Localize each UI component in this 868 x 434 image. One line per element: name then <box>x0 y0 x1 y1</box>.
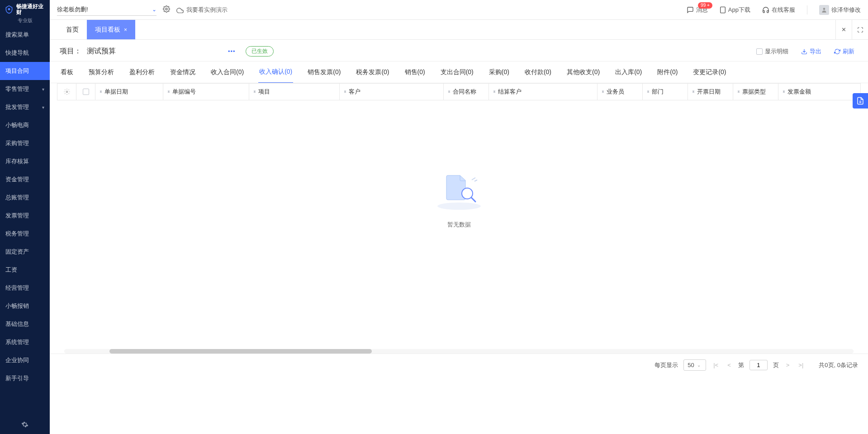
column-label: 单据日期 <box>104 88 128 96</box>
customer-service-button[interactable]: 在线客服 <box>759 6 798 14</box>
project-name[interactable]: 测试预算 <box>87 47 213 56</box>
column-header-8[interactable]: ▲▼开票日期 <box>688 84 733 100</box>
show-detail-toggle[interactable]: 显示明细 <box>753 47 792 56</box>
scrollbar-thumb[interactable] <box>109 349 372 354</box>
data-grid: ▲▼单据日期▲▼单据编号▲▼项目▲▼客户▲▼合同名称▲▼结算客户▲▼业务员▲▼部… <box>50 83 868 354</box>
sidebar-item-19[interactable]: 新手引导 <box>0 369 50 387</box>
sidebar-item-label: 工资 <box>5 266 17 274</box>
sidebar-item-0[interactable]: 搜索菜单 <box>0 26 50 44</box>
caret-down-icon: ▾ <box>42 87 44 92</box>
sidebar-item-14[interactable]: 经营管理 <box>0 279 50 297</box>
close-all-tabs-button[interactable]: ✕ <box>835 20 852 40</box>
sidebar-item-17[interactable]: 系统管理 <box>0 333 50 351</box>
floating-notes-button[interactable] <box>853 93 868 108</box>
empty-illustration-icon <box>432 166 486 212</box>
headset-icon <box>762 6 769 14</box>
app-download-label: App下载 <box>728 6 750 14</box>
section-tab-3[interactable]: 资金情况 <box>169 62 196 83</box>
section-tab-8[interactable]: 销售(0) <box>404 62 426 83</box>
section-tab-15[interactable]: 变更记录(0) <box>692 62 727 83</box>
close-icon[interactable]: × <box>124 27 127 33</box>
messages-button[interactable]: 消息 99 + <box>684 6 711 14</box>
section-tab-0[interactable]: 看板 <box>60 62 74 83</box>
sidebar-item-label: 经营管理 <box>5 284 29 292</box>
svg-point-1 <box>166 8 167 10</box>
sidebar-item-5[interactable]: 小畅电商 <box>0 116 50 134</box>
sidebar-item-12[interactable]: 固定资产 <box>0 243 50 261</box>
section-tab-5[interactable]: 收入确认(0) <box>258 61 293 83</box>
sidebar-item-7[interactable]: 库存核算 <box>0 152 50 170</box>
column-label: 项目 <box>258 88 270 96</box>
sidebar-settings[interactable] <box>0 416 50 434</box>
more-actions-button[interactable]: ••• <box>228 48 236 55</box>
first-page-button[interactable]: |< <box>711 362 720 368</box>
divider <box>807 5 807 14</box>
column-header-6[interactable]: ▲▼业务员 <box>598 84 643 100</box>
refresh-button[interactable]: 刷新 <box>830 47 858 56</box>
section-tab-14[interactable]: 附件(0) <box>656 62 678 83</box>
sidebar-item-16[interactable]: 基础信息 <box>0 315 50 333</box>
column-header-1[interactable]: ▲▼单据编号 <box>163 84 249 100</box>
page-input[interactable] <box>749 360 768 370</box>
section-tab-4[interactable]: 收入合同(0) <box>210 62 245 83</box>
sidebar-item-label: 企业协同 <box>5 356 29 364</box>
sidebar-item-18[interactable]: 企业协同 <box>0 351 50 369</box>
fullscreen-button[interactable] <box>852 20 868 40</box>
app-download-button[interactable]: App下载 <box>717 6 753 14</box>
column-header-5[interactable]: ▲▼结算客户 <box>489 84 598 100</box>
column-header-4[interactable]: ▲▼合同名称 <box>444 84 489 100</box>
column-header-3[interactable]: ▲▼客户 <box>340 84 444 100</box>
export-button[interactable]: 导出 <box>797 47 825 56</box>
company-selector[interactable]: 徐老板勿删! ⌄ <box>57 4 157 16</box>
demo-link[interactable]: 我要看实例演示 <box>176 6 228 14</box>
section-tab-9[interactable]: 支出合同(0) <box>440 62 474 83</box>
checkbox-icon <box>756 48 763 55</box>
column-label: 客户 <box>349 88 360 96</box>
column-header-9[interactable]: ▲▼票据类型 <box>733 84 778 100</box>
sidebar-item-4[interactable]: 批发管理▾ <box>0 98 50 116</box>
section-tab-11[interactable]: 收付款(0) <box>524 62 552 83</box>
column-header-2[interactable]: ▲▼项目 <box>249 84 340 100</box>
sidebar-item-2[interactable]: 项目合同 <box>0 62 50 80</box>
sidebar-item-9[interactable]: 总账管理 <box>0 189 50 207</box>
export-label: 导出 <box>810 47 821 56</box>
last-page-button[interactable]: >| <box>797 362 805 368</box>
section-tabs: 看板预算分析盈利分析资金情况收入合同(0)收入确认(0)销售发票(0)税务发票(… <box>50 61 868 83</box>
section-tab-2[interactable]: 盈利分析 <box>128 62 156 83</box>
column-header-10[interactable]: ▲▼发票金额 <box>778 84 819 100</box>
sidebar-item-label: 小畅电商 <box>5 121 29 129</box>
section-tab-13[interactable]: 出入库(0) <box>614 62 643 83</box>
chevron-down-icon: ⌄ <box>697 363 701 368</box>
sidebar-item-3[interactable]: 零售管理▾ <box>0 80 50 98</box>
column-header-0[interactable]: ▲▼单据日期 <box>95 84 163 100</box>
column-header-7[interactable]: ▲▼部门 <box>643 84 688 100</box>
prev-page-button[interactable]: < <box>726 362 733 368</box>
svg-point-5 <box>66 91 68 93</box>
sidebar-item-1[interactable]: 快捷导航 <box>0 44 50 62</box>
company-settings-button[interactable] <box>163 5 170 14</box>
svg-point-6 <box>437 203 481 210</box>
section-tab-1[interactable]: 预算分析 <box>88 62 115 83</box>
per-page-select[interactable]: 50 ⌄ <box>683 359 706 371</box>
sidebar-item-8[interactable]: 资金管理 <box>0 170 50 189</box>
user-menu[interactable]: 徐泽华修改 <box>816 5 863 15</box>
page-summary: 共0页, 0条记录 <box>819 361 858 369</box>
column-settings-button[interactable] <box>57 84 76 100</box>
section-tab-6[interactable]: 销售发票(0) <box>307 62 342 83</box>
sidebar-item-6[interactable]: 采购管理 <box>0 134 50 152</box>
sidebar-item-13[interactable]: 工资 <box>0 261 50 279</box>
page-tab-0[interactable]: 首页 <box>58 20 87 39</box>
section-tab-12[interactable]: 其他收支(0) <box>566 62 601 83</box>
next-page-button[interactable]: > <box>784 362 792 368</box>
sidebar-item-label: 批发管理 <box>5 103 29 111</box>
section-tab-7[interactable]: 税务发票(0) <box>355 62 390 83</box>
sidebar-item-11[interactable]: 税务管理 <box>0 225 50 243</box>
page-tab-1[interactable]: 项目看板× <box>87 20 135 39</box>
sidebar-item-15[interactable]: 小畅报销 <box>0 297 50 315</box>
page-tab-label: 首页 <box>66 26 79 34</box>
horizontal-scrollbar[interactable] <box>64 349 854 354</box>
select-all-checkbox[interactable] <box>76 84 95 100</box>
sidebar-item-10[interactable]: 发票管理 <box>0 207 50 225</box>
refresh-label: 刷新 <box>843 47 854 56</box>
section-tab-10[interactable]: 采购(0) <box>488 62 510 83</box>
